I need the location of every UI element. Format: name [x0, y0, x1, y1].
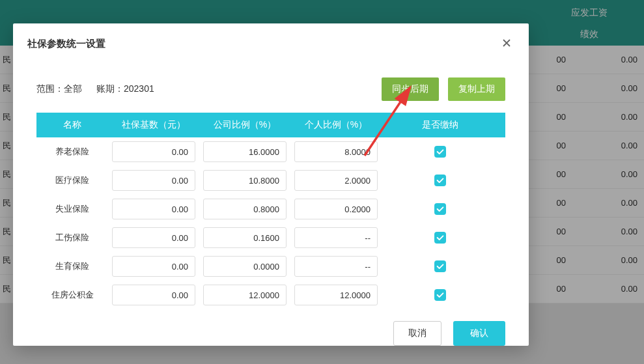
confirm-button[interactable]: 确认 [453, 321, 505, 346]
base-input[interactable] [112, 256, 195, 277]
personal-rate-input[interactable] [294, 285, 378, 305]
table-header: 名称 社保基数（元） 公司比例（%） 个人比例（%） 是否缴纳 [36, 113, 505, 137]
pay-checkbox[interactable] [434, 175, 446, 186]
pay-checkbox[interactable] [434, 203, 446, 215]
personal-rate-input[interactable] [294, 227, 378, 248]
settings-table: 名称 社保基数（元） 公司比例（%） 个人比例（%） 是否缴纳 养老保险医疗保险… [36, 113, 505, 309]
close-button[interactable] [499, 34, 514, 54]
row-name: 医疗保险 [36, 175, 108, 186]
info-actions: 同步后期 复制上期 [382, 77, 505, 101]
scope-label: 范围：全部 [36, 83, 82, 95]
close-icon [501, 38, 512, 48]
check-icon [436, 290, 445, 300]
table-row: 工伤保险 [36, 223, 505, 252]
base-input[interactable] [112, 285, 195, 305]
personal-rate-input[interactable] [294, 141, 378, 162]
check-icon [436, 233, 445, 242]
pay-checkbox[interactable] [434, 289, 446, 301]
check-icon [436, 262, 445, 271]
company-rate-input[interactable] [203, 170, 287, 191]
check-icon [436, 147, 445, 156]
company-rate-input[interactable] [203, 199, 287, 219]
base-input[interactable] [112, 170, 195, 191]
modal-title: 社保参数统一设置 [27, 38, 105, 50]
col-pay: 是否缴纳 [382, 119, 499, 131]
personal-rate-input[interactable] [294, 256, 378, 277]
modal-footer: 取消 确认 [13, 309, 529, 361]
row-name: 失业保险 [36, 203, 108, 215]
copy-previous-button[interactable]: 复制上期 [448, 77, 505, 101]
company-rate-input[interactable] [203, 256, 287, 277]
row-name: 养老保险 [36, 146, 108, 158]
sync-later-button[interactable]: 同步后期 [382, 77, 439, 101]
cancel-button[interactable]: 取消 [393, 321, 441, 346]
table-row: 住房公积金 [36, 281, 505, 309]
modal-header: 社保参数统一设置 [13, 23, 529, 64]
info-bar: 范围：全部 账期：202301 同步后期 复制上期 [36, 77, 505, 101]
table-row: 生育保险 [36, 252, 505, 281]
col-name: 名称 [36, 119, 108, 131]
base-input[interactable] [112, 227, 195, 248]
col-company-rate: 公司比例（%） [199, 119, 290, 131]
base-input[interactable] [112, 199, 195, 219]
period-label: 账期：202301 [96, 83, 154, 95]
base-input[interactable] [112, 141, 195, 162]
table-row: 养老保险 [36, 137, 505, 166]
check-icon [436, 204, 445, 214]
info-left: 范围：全部 账期：202301 [36, 83, 154, 95]
company-rate-input[interactable] [203, 285, 287, 305]
row-name: 住房公积金 [36, 289, 108, 301]
col-base: 社保基数（元） [108, 119, 199, 131]
social-insurance-settings-modal: 社保参数统一设置 范围：全部 账期：202301 同步后期 复制上期 名称 社保… [13, 23, 529, 346]
check-icon [436, 176, 445, 185]
table-row: 失业保险 [36, 195, 505, 223]
table-row: 医疗保险 [36, 166, 505, 195]
pay-checkbox[interactable] [434, 146, 446, 158]
row-name: 生育保险 [36, 260, 108, 272]
pay-checkbox[interactable] [434, 232, 446, 244]
personal-rate-input[interactable] [294, 170, 378, 191]
pay-checkbox[interactable] [434, 260, 446, 272]
personal-rate-input[interactable] [294, 199, 378, 219]
company-rate-input[interactable] [203, 227, 287, 248]
company-rate-input[interactable] [203, 141, 287, 162]
row-name: 工伤保险 [36, 232, 108, 244]
modal-body: 范围：全部 账期：202301 同步后期 复制上期 名称 社保基数（元） 公司比… [13, 64, 529, 309]
col-personal-rate: 个人比例（%） [290, 119, 382, 131]
